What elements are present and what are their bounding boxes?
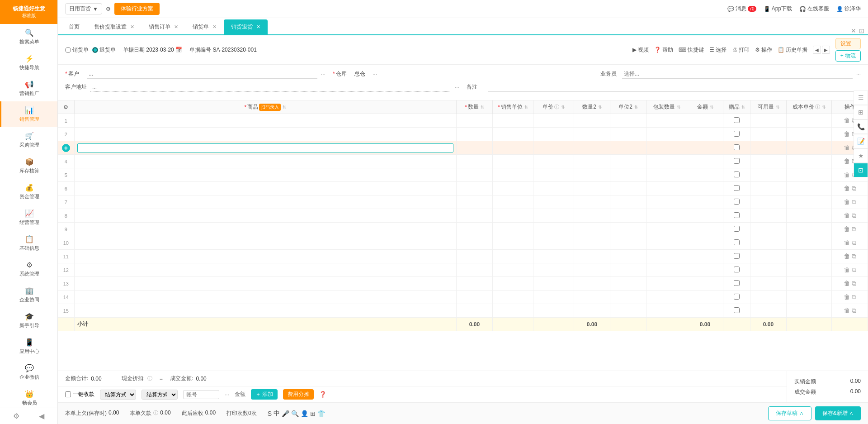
sidebar-item-finance[interactable]: 💰 资金管理 [0, 179, 57, 205]
calculation-method-select[interactable]: 结算方式 [142, 390, 178, 400]
sidebar-item-basic[interactable]: 📋 基础信息 [0, 230, 57, 256]
gift-checkbox[interactable] [734, 267, 740, 272]
select-btn[interactable]: ☰ 选择 [709, 46, 726, 54]
tab-price-setting[interactable]: 售价提取设置 ✕ [87, 19, 142, 34]
row-copy-btn[interactable]: ⧉ [852, 266, 856, 273]
payment-method-select[interactable]: 结算方式 [100, 390, 136, 400]
gift-checkbox[interactable] [734, 294, 740, 300]
row-delete-btn[interactable]: 🗑 [844, 239, 850, 246]
row-delete-btn[interactable]: 🗑 [844, 307, 850, 314]
taskbar-search2-icon[interactable]: 🔍 [291, 410, 299, 417]
gift-checkbox[interactable] [734, 199, 740, 205]
row-delete-btn[interactable]: 🗑 [844, 130, 850, 138]
gift-checkbox[interactable] [734, 131, 740, 137]
tab-return[interactable]: 销货退货 ✕ [224, 19, 268, 34]
add-row-btn[interactable]: + [62, 144, 70, 152]
save-new-btn[interactable]: 保存&新增 ∧ [815, 406, 861, 420]
row-copy-btn[interactable]: ⧉ [852, 185, 856, 192]
one-key-payment-check[interactable]: 一键收款 [65, 391, 94, 398]
gift-checkbox[interactable] [734, 226, 740, 232]
gift-checkbox[interactable] [734, 117, 740, 123]
sidebar-item-apps[interactable]: 📱 应用中心 [0, 333, 57, 359]
gift-checkbox[interactable] [734, 158, 740, 164]
customer-more-icon[interactable]: ··· [321, 71, 326, 77]
sidebar-item-shortcut[interactable]: ⚡ 快捷导航 [0, 50, 57, 76]
window-expand-icon[interactable]: ⊡ [859, 27, 864, 34]
add-payment-btn[interactable]: ＋ 添加 [251, 389, 278, 400]
settings-gear-icon[interactable]: ⚙ [106, 6, 111, 12]
tab-close-order[interactable]: ✕ [174, 24, 178, 30]
taskbar-person-icon[interactable]: 👤 [301, 410, 308, 417]
prev-record-btn[interactable]: ◀ [813, 46, 821, 54]
right-float-list-icon[interactable]: ☰ [854, 91, 868, 105]
account-input[interactable] [183, 390, 219, 399]
product-input[interactable] [77, 143, 454, 152]
right-float-star-icon[interactable]: ★ [854, 148, 868, 163]
salesperson-more-icon[interactable]: ··· [856, 71, 861, 77]
row-delete-btn[interactable]: 🗑 [844, 293, 850, 300]
row-delete-btn[interactable]: 🗑 [844, 117, 850, 124]
sidebar-item-newbie[interactable]: 🎓 新手引导 [0, 308, 57, 333]
fee-btn[interactable]: 费用分摊 [283, 389, 314, 400]
sidebar-item-inventory[interactable]: 📦 库存核算 [0, 153, 57, 179]
sidebar-item-system[interactable]: ⚙ 系统管理 [0, 256, 57, 282]
sidebar-collapse-icon[interactable]: ◀ [39, 412, 44, 420]
tab-sales-order[interactable]: 销售订单 ✕ [142, 19, 185, 34]
app-download-btn[interactable]: 📱 App下载 [764, 5, 792, 13]
window-close-icon[interactable]: ✕ [851, 27, 856, 34]
customer-input[interactable] [87, 69, 317, 79]
row-delete-btn[interactable]: 🗑 [844, 212, 850, 219]
row-delete-btn[interactable]: 🗑 [844, 252, 850, 260]
th-settings[interactable]: ⚙ [58, 100, 74, 114]
row-copy-btn[interactable]: ⧉ [852, 212, 856, 219]
gift-checkbox[interactable] [734, 239, 740, 245]
history-btn[interactable]: 📋 历史单据 [778, 46, 807, 54]
settings-btn[interactable]: 设置 [835, 38, 861, 49]
gift-checkbox[interactable] [734, 172, 740, 177]
sidebar-settings-icon[interactable]: ⚙ [13, 412, 19, 420]
row-copy-btn[interactable]: ⧉ [852, 225, 856, 233]
sidebar-item-search[interactable]: 🔍 搜索菜单 [0, 24, 57, 50]
sidebar-item-wechat[interactable]: 💬 企业微信 [0, 359, 57, 385]
gift-checkbox[interactable] [734, 185, 740, 191]
tab-home[interactable]: 首页 [61, 19, 87, 34]
experience-btn[interactable]: 体验行业方案 [114, 3, 160, 15]
salesperson-input[interactable] [622, 69, 853, 79]
video-btn[interactable]: ▶ 视频 [632, 46, 649, 54]
gift-checkbox[interactable] [734, 253, 740, 259]
sidebar-item-marketing[interactable]: 📢 营销推广 [0, 76, 57, 101]
tab-sales[interactable]: 销货单 ✕ [185, 19, 224, 34]
next-record-btn[interactable]: ▶ [822, 46, 830, 54]
print-btn[interactable]: 🖨 打印 [732, 46, 750, 54]
row-delete-btn[interactable]: 🗑 [844, 144, 850, 151]
row-delete-btn[interactable]: 🗑 [844, 280, 850, 287]
right-float-active-icon[interactable]: ⊡ [854, 163, 868, 177]
gift-checkbox[interactable] [734, 307, 740, 313]
sidebar-item-member[interactable]: 👑 畅会员 [0, 385, 57, 408]
tab-close-sales[interactable]: ✕ [212, 24, 217, 30]
account-more-icon[interactable]: ··· [225, 391, 229, 398]
remark-input[interactable] [488, 82, 861, 92]
gift-checkbox[interactable] [734, 280, 740, 286]
right-float-phone-icon[interactable]: 📞 [854, 119, 868, 134]
scan-badge[interactable]: 扫码录入 [259, 104, 281, 111]
address-input[interactable] [90, 82, 451, 92]
row-delete-btn[interactable]: 🗑 [844, 157, 850, 165]
help-btn[interactable]: ❓ 帮助 [654, 46, 673, 54]
sidebar-item-operation[interactable]: 📈 经营管理 [0, 205, 57, 230]
taskbar-s-icon[interactable]: S [268, 410, 272, 417]
row-copy-btn[interactable]: ⧉ [852, 293, 856, 300]
sidebar-item-sales[interactable]: 📊 销售管理 [0, 101, 57, 127]
radio-return[interactable]: 退货单 [92, 46, 116, 54]
right-float-grid-icon[interactable]: ⊞ [854, 105, 868, 119]
save-draft-btn[interactable]: 保存草稿 ∧ [768, 406, 811, 420]
online-service-btn[interactable]: 🎧 在线客服 [799, 5, 829, 13]
table-settings-icon[interactable]: ⚙ [63, 104, 68, 110]
row-copy-btn[interactable]: ⧉ [852, 198, 856, 205]
taskbar-shirt-icon[interactable]: 👕 [317, 410, 325, 417]
module-select[interactable]: 日用百货 ▼ [65, 3, 102, 14]
sidebar-item-purchase[interactable]: 🛒 采购管理 [0, 127, 57, 153]
row-delete-btn[interactable]: 🗑 [844, 171, 850, 178]
row-copy-btn[interactable]: ⧉ [852, 307, 856, 314]
fee-info-icon[interactable]: ❓ [319, 391, 326, 398]
